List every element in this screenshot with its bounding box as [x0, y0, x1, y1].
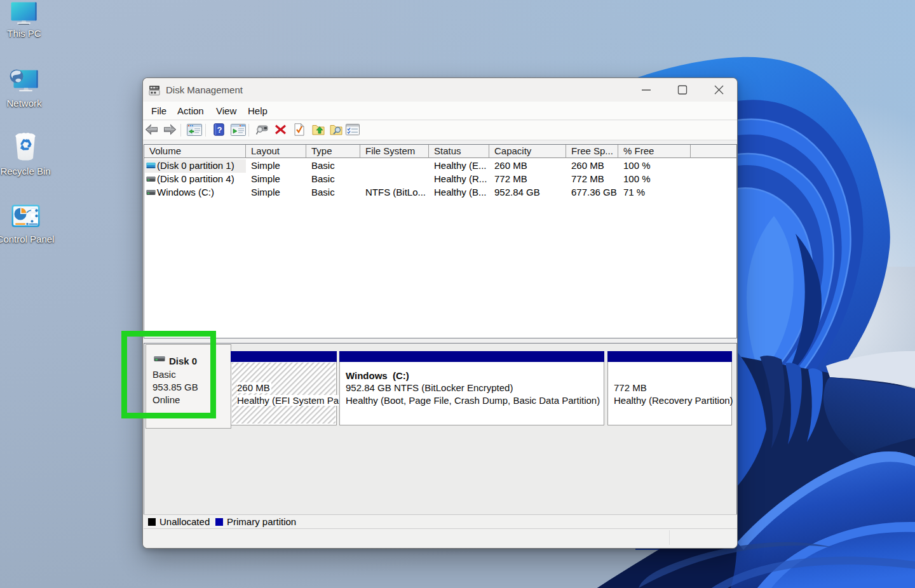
svg-text:?: ? [217, 125, 222, 135]
